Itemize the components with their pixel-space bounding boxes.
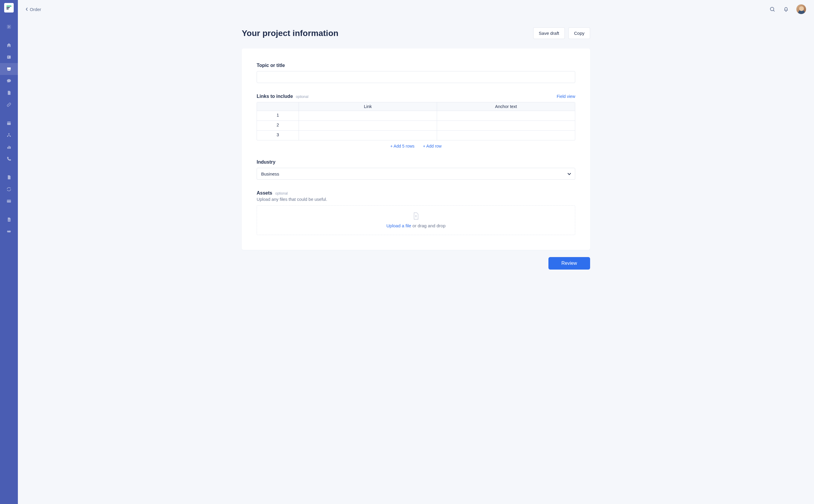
link-input-3[interactable] (301, 132, 435, 138)
svg-rect-3 (7, 25, 11, 29)
industry-label: Industry (257, 159, 275, 165)
nav-item-reports[interactable] (0, 214, 18, 226)
field-view-toggle[interactable]: Field view (557, 94, 575, 99)
drag-drop-text: or drag and drop (411, 223, 446, 228)
links-table: Link Anchor text 1 2 (257, 102, 575, 140)
page-title: Your project information (242, 29, 338, 38)
industry-select[interactable]: Business (257, 168, 575, 180)
assets-label: Assets (257, 190, 272, 196)
svg-rect-2 (7, 9, 9, 10)
bell-icon (783, 6, 789, 12)
table-row: 1 (257, 111, 575, 120)
nav-item-documents[interactable] (0, 87, 18, 99)
search-button[interactable] (769, 6, 776, 13)
nav-item-calendar[interactable] (0, 117, 18, 129)
nav-item-home[interactable] (0, 39, 18, 51)
svg-point-7 (8, 133, 10, 134)
nav-item-contacts[interactable] (0, 51, 18, 63)
table-row: 3 (257, 130, 575, 140)
links-col-link: Link (299, 102, 437, 111)
chevron-left-icon (26, 7, 28, 11)
links-col-num (257, 102, 299, 111)
search-icon (769, 6, 775, 12)
topbar: Order (18, 0, 814, 18)
anchor-input-2[interactable] (440, 123, 573, 129)
link-input-2[interactable] (301, 123, 435, 129)
links-optional-tag: optional (296, 95, 308, 99)
sidebar (0, 0, 18, 504)
phone-icon (6, 156, 12, 162)
handshake-icon (6, 229, 12, 234)
save-draft-button[interactable]: Save draft (533, 27, 565, 39)
anchor-input-1[interactable] (440, 113, 573, 119)
notifications-button[interactable] (782, 6, 790, 13)
svg-rect-4 (7, 56, 11, 59)
nav-item-calls[interactable] (0, 153, 18, 165)
bar-chart-icon (6, 144, 12, 150)
svg-rect-14 (7, 201, 11, 201)
assets-helper-text: Upload any files that could be useful. (257, 197, 575, 202)
nav-item-analytics[interactable] (0, 141, 18, 153)
report-icon (6, 217, 12, 222)
svg-point-15 (770, 7, 774, 11)
inbox-icon (6, 66, 12, 72)
file-dropzone[interactable]: Upload a file or drag and drop (257, 205, 575, 235)
app-logo[interactable] (4, 3, 14, 12)
credit-card-icon (6, 198, 12, 204)
links-col-anchor: Anchor text (437, 102, 575, 111)
file-icon (6, 175, 12, 180)
svg-rect-5 (8, 57, 9, 57)
anchor-input-3[interactable] (440, 132, 573, 138)
breadcrumb-back[interactable]: Order (26, 7, 41, 12)
nav-item-links[interactable] (0, 99, 18, 111)
link-icon (6, 102, 12, 107)
breadcrumb-label: Order (30, 7, 41, 12)
review-button[interactable]: Review (549, 257, 590, 270)
topic-label: Topic or title (257, 63, 285, 68)
arrow-right-box-icon (6, 24, 12, 29)
refresh-icon (6, 187, 12, 192)
link-input-1[interactable] (301, 113, 435, 119)
nav-item-billing[interactable] (0, 195, 18, 207)
file-upload-icon (263, 212, 568, 221)
id-card-icon (6, 54, 12, 60)
nav-item-sync[interactable] (0, 183, 18, 195)
nav-item-network[interactable] (0, 129, 18, 141)
logo-icon (6, 4, 12, 11)
svg-rect-12 (10, 147, 11, 149)
svg-rect-11 (9, 146, 10, 149)
nav-item-orders[interactable] (0, 63, 18, 75)
nav-item-collapse[interactable] (0, 21, 18, 33)
add-5-rows-button[interactable]: + Add 5 rows (390, 144, 415, 148)
assets-optional-tag: optional (275, 191, 287, 195)
svg-rect-0 (7, 6, 12, 7)
svg-rect-10 (7, 147, 8, 149)
nav-item-files[interactable] (0, 171, 18, 183)
svg-rect-6 (7, 122, 11, 125)
table-row: 2 (257, 120, 575, 130)
home-icon (6, 43, 12, 48)
chat-icon (6, 78, 12, 84)
user-avatar[interactable] (796, 4, 806, 14)
form-card: Topic or title Links to include optional… (242, 48, 590, 250)
upload-file-link[interactable]: Upload a file (386, 223, 411, 228)
add-row-button[interactable]: + Add row (423, 144, 442, 148)
calendar-icon (6, 120, 12, 126)
network-icon (6, 132, 12, 138)
topic-input[interactable] (257, 71, 575, 83)
copy-button[interactable]: Copy (568, 27, 590, 39)
svg-rect-1 (7, 7, 10, 8)
nav-item-partners[interactable] (0, 226, 18, 237)
nav-item-chat[interactable] (0, 75, 18, 87)
links-label: Links to include (257, 94, 293, 99)
document-icon (6, 90, 12, 96)
